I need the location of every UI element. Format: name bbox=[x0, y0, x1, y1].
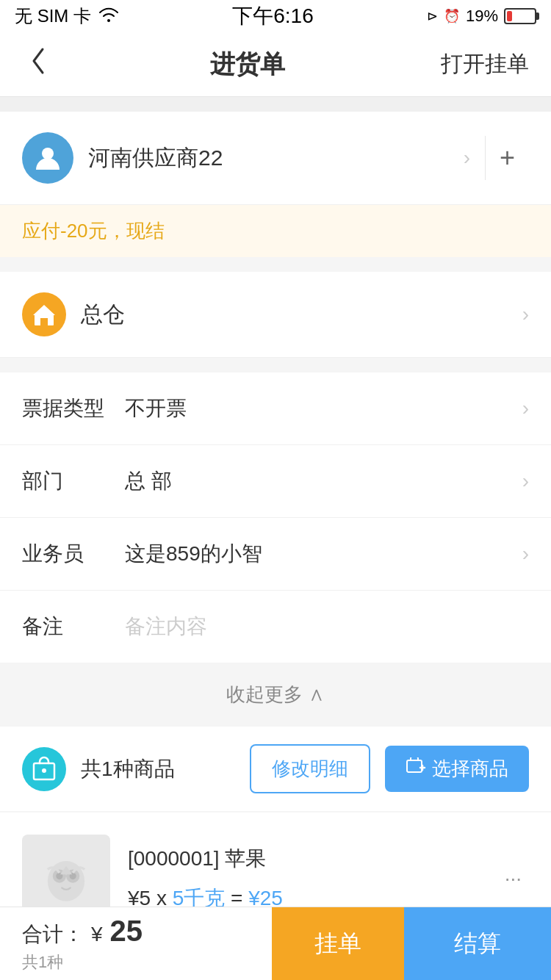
department-value: 总 部 bbox=[125, 467, 522, 495]
back-button[interactable] bbox=[22, 39, 54, 90]
invoice-type-value: 不开票 bbox=[125, 394, 522, 422]
select-product-label: 选择商品 bbox=[432, 756, 508, 782]
product-info: [0000001] 苹果 ¥5 x 5千克 = ¥25 bbox=[128, 845, 480, 912]
department-row[interactable]: 部门 总 部 › bbox=[0, 445, 551, 518]
form-section: 票据类型 不开票 › 部门 总 部 › 业务员 这是859的小智 › 备注 备注… bbox=[0, 372, 551, 663]
invoice-type-label: 票据类型 bbox=[22, 394, 125, 422]
supplier-avatar bbox=[22, 132, 73, 184]
warehouse-row[interactable]: 总仓 › bbox=[0, 272, 551, 358]
salesperson-value: 这是859的小智 bbox=[125, 540, 522, 568]
remark-label: 备注 bbox=[22, 613, 125, 641]
open-pending-button[interactable]: 打开挂单 bbox=[441, 49, 529, 79]
svg-rect-6 bbox=[407, 760, 422, 772]
location-icon: ⊳ bbox=[427, 8, 438, 24]
warehouse-chevron-icon: › bbox=[522, 303, 529, 326]
svg-point-5 bbox=[42, 768, 46, 773]
info-banner: 应付-20元，现结 bbox=[0, 205, 551, 257]
product-more-button[interactable]: ··· bbox=[497, 860, 529, 898]
battery-percent: 19% bbox=[466, 7, 498, 26]
products-count: 共1种商品 bbox=[81, 755, 235, 783]
collapse-button[interactable]: 收起更多 ∧ bbox=[0, 663, 551, 727]
footer-total: 合计： ¥ 25 共1种 bbox=[0, 915, 272, 973]
battery-icon bbox=[504, 8, 536, 24]
carrier-label: 无 SIM 卡 bbox=[15, 4, 91, 28]
warehouse-name: 总仓 bbox=[81, 300, 522, 330]
salesperson-label: 业务员 bbox=[22, 540, 125, 568]
supplier-name: 河南供应商22 bbox=[88, 143, 464, 173]
total-amount: 25 bbox=[110, 915, 143, 948]
products-icon bbox=[22, 747, 66, 791]
section-divider-1 bbox=[0, 97, 551, 112]
total-symbol: ¥ bbox=[91, 923, 103, 946]
wifi-icon bbox=[98, 6, 119, 26]
warehouse-icon bbox=[22, 292, 66, 336]
department-label: 部门 bbox=[22, 467, 125, 495]
select-product-icon bbox=[406, 757, 426, 780]
salesperson-chevron-icon: › bbox=[522, 542, 529, 566]
supplier-section: 河南供应商22 › + 应付-20元，现结 bbox=[0, 112, 551, 257]
alarm-icon: ⏰ bbox=[444, 8, 460, 24]
product-code: [0000001] bbox=[128, 847, 220, 870]
add-supplier-button[interactable]: + bbox=[485, 136, 529, 180]
checkout-button[interactable]: 结算 bbox=[404, 907, 551, 981]
status-bar-left: 无 SIM 卡 bbox=[15, 4, 119, 28]
status-bar-time: 下午6:16 bbox=[232, 2, 314, 30]
footer-total-sub: 共1种 bbox=[22, 951, 250, 973]
nav-bar: 进货单 打开挂单 bbox=[0, 32, 551, 97]
total-label: 合计： bbox=[22, 920, 84, 948]
invoice-type-chevron-icon: › bbox=[522, 397, 529, 420]
supplier-chevron-icon: › bbox=[464, 146, 470, 170]
product-title: 苹果 bbox=[225, 847, 266, 870]
footer: 合计： ¥ 25 共1种 挂单 结算 bbox=[0, 907, 551, 980]
page-title: 进货单 bbox=[210, 48, 285, 82]
svg-point-0 bbox=[42, 148, 54, 159]
svg-rect-3 bbox=[40, 318, 48, 325]
products-header: 共1种商品 修改明细 选择商品 bbox=[0, 727, 551, 811]
supplier-row[interactable]: 河南供应商22 › + bbox=[0, 112, 551, 205]
status-bar-right: ⊳ ⏰ 19% bbox=[427, 7, 536, 26]
footer-total-main: 合计： ¥ 25 bbox=[22, 915, 250, 948]
status-bar: 无 SIM 卡 下午6:16 ⊳ ⏰ 19% bbox=[0, 0, 551, 32]
remark-value: 备注内容 bbox=[125, 613, 529, 641]
product-name: [0000001] 苹果 bbox=[128, 845, 480, 873]
department-chevron-icon: › bbox=[522, 469, 529, 493]
pending-button[interactable]: 挂单 bbox=[272, 907, 404, 981]
svg-marker-2 bbox=[33, 305, 55, 315]
salesperson-row[interactable]: 业务员 这是859的小智 › bbox=[0, 518, 551, 591]
invoice-type-row[interactable]: 票据类型 不开票 › bbox=[0, 372, 551, 445]
edit-detail-button[interactable]: 修改明细 bbox=[250, 744, 370, 793]
remark-row[interactable]: 备注 备注内容 bbox=[0, 591, 551, 663]
select-product-button[interactable]: 选择商品 bbox=[385, 746, 529, 792]
